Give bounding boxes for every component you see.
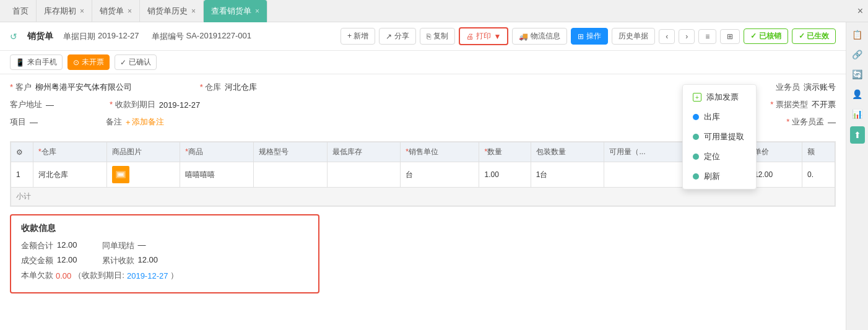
operations-icon: ⊞: [578, 32, 584, 41]
confirm-label: 已确认: [129, 57, 151, 67]
doc-date-label: 单据日期: [63, 31, 95, 42]
same-bill-value: —: [138, 240, 146, 251]
add-invoice-icon: +: [693, 93, 701, 102]
doc-type-label: 销货单: [27, 31, 53, 42]
col-image: 商品图片: [106, 142, 180, 162]
copy-button[interactable]: ⎘ 复制: [420, 28, 455, 45]
logistics-icon: 🚚: [519, 32, 528, 41]
sidebar-icon-2[interactable]: 🔗: [849, 47, 865, 62]
doc-number-label: 单据编号: [152, 31, 184, 42]
sidebar-icon-1[interactable]: 📋: [849, 27, 865, 42]
nav-next-button[interactable]: ›: [679, 29, 695, 44]
from-phone-label: 来自手机: [27, 57, 57, 67]
tab-inventory[interactable]: 库存期初 ×: [37, 0, 92, 22]
arrears-note: （收款到期日:: [74, 270, 124, 281]
logistics-button[interactable]: 🚚 物流信息: [512, 28, 567, 45]
col-warehouse: *仓库: [33, 142, 107, 162]
from-phone-button[interactable]: 📱 来自手机: [10, 54, 63, 70]
col-settings[interactable]: ⚙: [11, 142, 33, 162]
col-amount: 额: [802, 142, 835, 162]
doc-date-value: 2019-12-27: [98, 31, 139, 42]
print-button[interactable]: 🖨 打印 ▼: [459, 27, 508, 45]
project-value: —: [30, 118, 38, 127]
dropdown-add-invoice[interactable]: + 添加发票: [683, 87, 756, 107]
cell-quantity: 1.00: [479, 162, 531, 188]
svg-rect-2: [118, 173, 123, 176]
dropdown-available-qty[interactable]: 可用量提取: [683, 127, 756, 147]
history-button[interactable]: 历史单据: [612, 28, 655, 45]
arrears-date: 2019-12-27: [127, 271, 168, 280]
salesperson-label: 业务员孟: [786, 116, 824, 128]
add-note-button[interactable]: + 添加备注: [126, 116, 164, 128]
dropdown-outbound[interactable]: 出库: [683, 107, 756, 127]
view-grid-button[interactable]: ⊞: [720, 29, 740, 44]
outbound-label: 出库: [704, 111, 720, 123]
col-min-stock: 最低库存: [327, 142, 401, 162]
cumulative-value: 12.00: [138, 255, 158, 266]
copy-icon: ⎘: [427, 32, 431, 41]
sidebar-icon-4[interactable]: 👤: [849, 87, 865, 102]
print-dropdown-icon: ▼: [493, 32, 501, 41]
tab-home-label: 首页: [12, 6, 28, 17]
confirm-button[interactable]: ✓ 已确认: [115, 54, 157, 70]
cell-min-stock: [327, 162, 401, 188]
close-window-icon[interactable]: ×: [857, 6, 863, 17]
tab-sales[interactable]: 销货单 ×: [92, 0, 140, 22]
tab-view-sales-close[interactable]: ×: [255, 7, 259, 15]
col-spec: 规格型号: [253, 142, 327, 162]
notes-label: 备注: [106, 116, 122, 128]
col-pack-qty: 包装数量: [531, 142, 604, 162]
sub-toolbar: 📱 来自手机 ⊙ 未开票 ✓ 已确认: [0, 51, 846, 74]
dropdown-refresh[interactable]: 刷新: [683, 167, 756, 186]
project-label: 项目: [10, 116, 26, 128]
same-bill-label: 同单现结: [102, 240, 134, 251]
cell-amount: 0.: [802, 162, 835, 188]
sidebar-icon-expand[interactable]: ⬆: [850, 126, 865, 144]
view-list-button[interactable]: ≡: [698, 29, 716, 44]
tab-sales-history[interactable]: 销货单历史 ×: [140, 0, 204, 22]
add-note-text: 添加备注: [132, 116, 164, 128]
tab-sales-close[interactable]: ×: [128, 7, 132, 15]
print-label: 打印: [476, 31, 491, 41]
effective-status: ✓ 已生效: [792, 28, 836, 44]
cell-unit-price: 12.00: [749, 162, 802, 188]
share-icon: ↗: [386, 32, 392, 41]
col-unit-price: 单价: [749, 142, 802, 162]
transaction-label: 成交金额: [21, 255, 53, 266]
doc-meta: 单据日期 2019-12-27 单据编号 SA-20191227-001: [63, 31, 251, 42]
staff-value: 演示账号: [804, 82, 836, 93]
right-sidebar: 📋 🔗 🔄 👤 📊 ⬆: [846, 22, 868, 330]
arrears-value: 0.00: [56, 271, 71, 280]
due-date-label: 收款到期日: [110, 99, 155, 110]
new-button[interactable]: + 新增: [341, 28, 375, 45]
nav-prev-button[interactable]: ‹: [659, 29, 675, 44]
arrears-close: ）: [170, 270, 178, 281]
refresh-label: 刷新: [704, 171, 720, 182]
locate-icon: [693, 154, 699, 160]
due-date-value: 2019-12-27: [159, 100, 201, 110]
tab-view-sales[interactable]: 查看销货单 ×: [204, 0, 267, 22]
sidebar-icon-5[interactable]: 📊: [849, 106, 865, 121]
staff-label: 业务员: [776, 82, 800, 93]
operations-button[interactable]: ⊞ 操作: [571, 28, 608, 45]
refresh-icon: [693, 173, 699, 180]
not-open-button[interactable]: ⊙ 未开票: [67, 54, 110, 70]
share-button[interactable]: ↗ 分享: [379, 28, 416, 45]
cell-spec: [253, 162, 327, 188]
dropdown-locate[interactable]: 定位: [683, 147, 756, 167]
tab-sales-history-close[interactable]: ×: [191, 7, 196, 15]
not-open-label: 未开票: [82, 57, 104, 67]
cell-row-num: 1: [11, 162, 33, 188]
doc-number-value: SA-20191227-001: [186, 31, 252, 42]
salesperson-value: —: [828, 118, 836, 127]
arrears-label: 本单欠款: [21, 270, 53, 281]
col-product: *商品: [180, 142, 254, 162]
address-value: —: [46, 100, 54, 110]
tab-inventory-close[interactable]: ×: [80, 7, 84, 15]
address-label: 客户地址: [10, 99, 42, 110]
toolbar-right: + 新增 ↗ 分享 ⎘ 复制 🖨 打印 ▼ 🚚 物流信息: [341, 27, 836, 45]
tab-home[interactable]: 首页: [5, 0, 37, 22]
sidebar-icon-3[interactable]: 🔄: [849, 67, 865, 82]
customer-label: 客户: [10, 82, 32, 93]
tab-bar: 首页 库存期初 × 销货单 × 销货单历史 × 查看销货单 × ×: [0, 0, 868, 22]
